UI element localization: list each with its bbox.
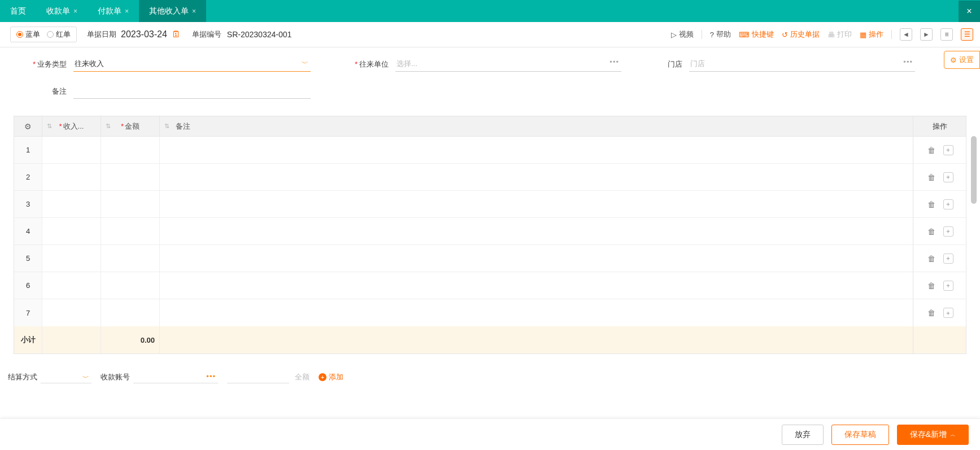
table-row: 1 [14, 137, 913, 164]
settlement-row: 结算方式 ﹀ 收款账号 ••• 全额 + 添加 [8, 371, 966, 383]
cell-remark[interactable] [160, 218, 913, 244]
business-type-select[interactable]: 往来收入 ﹀ [73, 56, 311, 72]
close-icon[interactable]: × [73, 7, 77, 15]
cell-income[interactable] [42, 137, 101, 163]
button-label: 放弃 [795, 430, 811, 439]
history-link[interactable]: ↺历史单据 [782, 29, 820, 40]
prev-button[interactable]: ◄ [900, 28, 912, 41]
field-receipt-account: 收款账号 ••• [101, 371, 218, 383]
help-link[interactable]: ?帮助 [710, 29, 731, 40]
field-value: 往来收入 [75, 59, 104, 68]
cell-income[interactable] [42, 191, 101, 217]
tab-home[interactable]: 首页 [0, 0, 36, 22]
cell-income[interactable] [42, 245, 101, 272]
th-amount[interactable]: *金额 [101, 116, 160, 136]
close-panel-button[interactable]: × [959, 1, 980, 22]
cell-amount[interactable] [101, 299, 160, 326]
shortcut-link[interactable]: ⌨快捷键 [739, 29, 774, 40]
full-amount-link[interactable]: 全额 [295, 372, 310, 382]
add-row-icon[interactable]: ＋ [943, 308, 953, 318]
delete-row-icon[interactable]: 🗑 [926, 199, 937, 209]
delete-row-icon[interactable]: 🗑 [926, 226, 937, 237]
tab-payment[interactable]: 付款单× [88, 0, 139, 22]
th-remark[interactable]: 备注 [160, 116, 913, 136]
cell-amount[interactable] [101, 272, 160, 299]
table-main: ⚙ *收入... *金额 备注 1234567 小计 0.00 [14, 116, 913, 353]
tab-receipt[interactable]: 收款单× [36, 0, 88, 22]
calendar-icon[interactable]: 🗓 [172, 29, 181, 40]
counterparty-input[interactable]: 选择... ••• [395, 56, 621, 72]
tab-label: 首页 [10, 6, 26, 16]
th-label: 备注 [176, 121, 190, 132]
add-row-icon[interactable]: ＋ [943, 145, 953, 155]
save-and-new-button[interactable]: 保存&新增︿ [897, 425, 969, 445]
date-value[interactable]: 2023-03-24 [121, 29, 167, 40]
cell-remark[interactable] [160, 299, 913, 326]
radio-red[interactable]: 红单 [47, 29, 71, 40]
th-gear[interactable]: ⚙ [14, 116, 42, 136]
link-label: 操作 [869, 29, 883, 40]
scrollbar-thumb[interactable] [971, 136, 977, 204]
radio-blue[interactable]: 蓝单 [16, 29, 40, 40]
delete-row-icon[interactable]: 🗑 [926, 172, 937, 182]
view-mode-1-button[interactable]: ≡ [940, 28, 953, 41]
cell-remark[interactable] [160, 191, 913, 217]
th-income[interactable]: *收入... [42, 116, 101, 136]
field-label: 备注 [23, 86, 73, 97]
doc-number-label: 单据编号 [192, 29, 221, 40]
add-row-icon[interactable]: ＋ [943, 254, 953, 264]
cell-amount[interactable] [101, 218, 160, 244]
settings-button[interactable]: ⚙设置 [944, 51, 980, 69]
discard-button[interactable]: 放弃 [782, 425, 824, 445]
amount-input[interactable] [227, 371, 289, 383]
cell-income[interactable] [42, 299, 101, 326]
row-index: 5 [14, 245, 42, 272]
form-area: 业务类型 往来收入 ﹀ 往来单位 选择... ••• 门店 门店 ••• 备注 [0, 47, 980, 116]
cell-amount[interactable] [101, 191, 160, 217]
more-icon[interactable]: ••• [206, 372, 216, 381]
next-button[interactable]: ► [920, 28, 933, 41]
cell-amount[interactable] [101, 164, 160, 190]
print-icon: 🖶 [827, 30, 835, 39]
cell-remark[interactable] [160, 272, 913, 299]
store-input[interactable]: 门店 ••• [689, 56, 915, 72]
save-draft-button[interactable]: 保存草稿 [831, 425, 889, 445]
delete-row-icon[interactable]: 🗑 [926, 254, 937, 264]
operate-link[interactable]: ▦操作 [860, 29, 883, 40]
print-link[interactable]: 🖶打印 [827, 29, 852, 40]
cell-income[interactable] [42, 164, 101, 190]
cell-amount[interactable] [101, 245, 160, 272]
remark-input[interactable] [73, 84, 311, 99]
delete-row-icon[interactable]: 🗑 [926, 145, 937, 155]
delete-row-icon[interactable]: 🗑 [926, 281, 937, 291]
field-remark: 备注 [23, 84, 311, 99]
cell-income[interactable] [42, 272, 101, 299]
delete-row-icon[interactable]: 🗑 [926, 308, 937, 318]
video-link[interactable]: ▷视频 [671, 29, 694, 40]
more-icon[interactable]: ••• [903, 58, 913, 66]
link-label: 历史单据 [790, 29, 820, 40]
settle-method-select[interactable]: ﹀ [41, 371, 92, 383]
tab-label: 其他收入单 [149, 6, 189, 16]
cell-remark[interactable] [160, 137, 913, 163]
add-settlement-button[interactable]: + 添加 [319, 372, 343, 382]
field-business-type: 业务类型 往来收入 ﹀ [23, 56, 311, 72]
view-mode-2-button[interactable]: ☰ [961, 28, 973, 41]
receipt-account-input[interactable]: ••• [133, 371, 218, 383]
subtotal-label: 小计 [14, 326, 42, 353]
cell-income[interactable] [42, 218, 101, 244]
tab-other-income[interactable]: 其他收入单× [139, 0, 206, 22]
close-icon[interactable]: × [192, 7, 196, 15]
add-row-icon[interactable]: ＋ [943, 172, 953, 182]
help-icon: ? [710, 30, 714, 39]
cell-remark[interactable] [160, 164, 913, 190]
operate-cell: 🗑＋ [913, 164, 966, 191]
cell-remark[interactable] [160, 245, 913, 272]
add-row-icon[interactable]: ＋ [943, 281, 953, 291]
add-row-icon[interactable]: ＋ [943, 199, 953, 209]
add-row-icon[interactable]: ＋ [943, 226, 953, 237]
close-icon[interactable]: × [125, 7, 129, 15]
button-label: 保存&新增 [910, 430, 947, 440]
cell-amount[interactable] [101, 137, 160, 163]
more-icon[interactable]: ••• [609, 58, 619, 66]
